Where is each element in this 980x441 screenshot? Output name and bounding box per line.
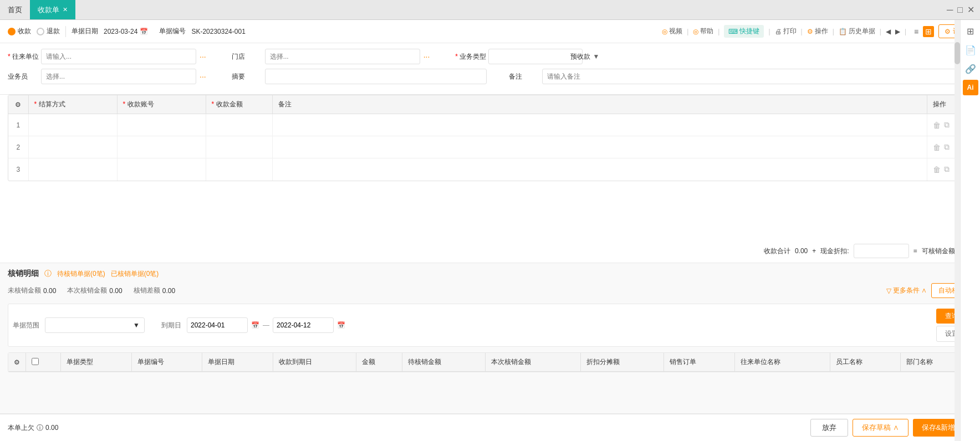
col-settings[interactable]: ⚙ — [8, 95, 28, 114]
delete-icon-1[interactable]: 🗑 — [933, 121, 941, 130]
staff-more-btn[interactable]: ··· — [196, 72, 210, 81]
row-num-3: 3 — [8, 158, 28, 181]
sidebar-table-icon[interactable]: ⊞ — [963, 23, 978, 39]
footer-right: 放弃 保存草稿 ∧ 保存&新增 ∧ — [810, 419, 972, 437]
sep1: | — [687, 28, 688, 35]
staff-input[interactable] — [41, 69, 196, 84]
biztype-dropdown-icon[interactable]: ▼ — [593, 53, 599, 60]
counterparty-more-btn[interactable]: ··· — [196, 52, 210, 61]
col-discount: 折扣分摊额 — [581, 353, 664, 372]
duedate-label: 到期日 — [161, 321, 181, 330]
cell-settlement-1[interactable] — [28, 114, 117, 136]
settings-gear-icon: ⚙ — [945, 28, 951, 35]
tab-home[interactable]: 首页 — [0, 0, 30, 19]
cell-account-3[interactable] — [117, 158, 206, 181]
sep6: | — [880, 28, 881, 35]
store-input[interactable] — [265, 49, 420, 64]
stat-diff-label: 核销差额 — [134, 286, 160, 295]
cell-amount-1[interactable] — [206, 114, 272, 136]
copy-icon-1[interactable]: ⧉ — [944, 120, 950, 130]
counterparty-label: 往来单位 — [8, 52, 41, 61]
tab-bar: 首页 收款单 ✕ ─ □ ✕ — [0, 0, 980, 20]
discount-input[interactable] — [854, 244, 909, 258]
delete-icon-2[interactable]: 🗑 — [933, 143, 941, 152]
stat-current-value: 0.00 — [109, 287, 122, 295]
tool-shortcut[interactable]: ⌨ 快捷键 — [724, 25, 764, 38]
sidebar-link-icon[interactable]: 🔗 — [963, 61, 978, 76]
range-select[interactable]: ▼ — [45, 317, 145, 333]
tool-history[interactable]: 📋 历史单据 — [839, 27, 875, 36]
more-conditions-btn[interactable]: ▽ 更多条件 ∧ — [886, 286, 927, 295]
sep2: | — [718, 28, 719, 35]
copy-icon-2[interactable]: ⧉ — [944, 142, 950, 152]
maximize-icon[interactable]: □ — [957, 5, 963, 15]
divider-1 — [65, 26, 66, 37]
layout-grid-icon[interactable]: ⊞ — [923, 26, 934, 37]
copy-icon-3[interactable]: ⧉ — [944, 165, 950, 174]
this-doc-info-icon[interactable]: ⓘ — [37, 423, 43, 433]
stat-unpaid: 未核销金额 0.00 — [8, 286, 56, 295]
available-label: 可核销金额 — [922, 247, 955, 256]
cell-settlement-2[interactable] — [28, 136, 117, 158]
tool-operation[interactable]: ⚙ 操作 — [807, 27, 828, 36]
dash: — — [263, 321, 269, 329]
done-tab-link[interactable]: 已核销单据(0笔) — [111, 269, 159, 279]
col-doc-type: 单据类型 — [60, 353, 131, 372]
table-row: 2 🗑 ⧉ — [8, 136, 972, 158]
radio-refund[interactable]: 退款 — [37, 27, 60, 36]
col-counterparty-name: 往来单位名称 — [734, 353, 830, 372]
table-settings-icon[interactable]: ⚙ — [15, 101, 21, 109]
close-window-icon[interactable]: ✕ — [967, 4, 974, 15]
form-row-2: 业务员 ··· 摘要 备注 — [8, 69, 972, 84]
nav-prev-icon[interactable]: ◀ — [886, 28, 891, 35]
scrollbar-area[interactable] — [955, 20, 960, 441]
radio-receipt[interactable]: 收款 — [8, 27, 31, 36]
cell-settlement-3[interactable] — [28, 158, 117, 181]
calendar-icon[interactable]: 📅 — [140, 28, 148, 35]
store-more-btn[interactable]: ··· — [420, 52, 433, 61]
date-label: 单据日期 — [72, 27, 98, 36]
tool-help[interactable]: ◎ 帮助 — [693, 27, 713, 36]
radio-refund-dot — [37, 28, 44, 35]
sidebar-ai-icon[interactable]: Ai — [963, 80, 978, 95]
cell-amount-2[interactable] — [206, 136, 272, 158]
cell-note-2[interactable] — [272, 136, 927, 158]
tab-close-icon[interactable]: ✕ — [63, 6, 68, 13]
nav-next-icon[interactable]: ▶ — [895, 28, 900, 35]
counterparty-input[interactable] — [41, 49, 196, 64]
cell-amount-3[interactable] — [206, 158, 272, 181]
this-doc-label: 本单上欠 — [8, 423, 34, 433]
select-all-checkbox[interactable] — [32, 358, 39, 365]
note-input[interactable] — [542, 69, 972, 84]
summary-input[interactable] — [265, 69, 487, 84]
sidebar-doc-icon[interactable]: 📄 — [963, 42, 978, 58]
cell-account-1[interactable] — [117, 114, 206, 136]
layout-list-icon[interactable]: ≡ — [911, 26, 922, 37]
date-from-input[interactable] — [187, 317, 248, 333]
biztype-input[interactable] — [488, 49, 583, 64]
reconcile-info-icon[interactable]: ⓘ — [44, 269, 52, 279]
minimize-icon[interactable]: ─ — [947, 5, 953, 15]
delete-icon-3[interactable]: 🗑 — [933, 165, 941, 174]
calendar-from-icon[interactable]: 📅 — [251, 321, 259, 329]
top-toolbar: 收款 退款 单据日期 2023-03-24 📅 单据编号 SK-20230324… — [0, 20, 980, 43]
table-settings-icon-2[interactable]: ⚙ — [14, 358, 20, 366]
radio-receipt-dot — [8, 28, 16, 35]
tool-print[interactable]: 🖨 打印 — [775, 27, 797, 36]
cell-note-3[interactable] — [272, 158, 927, 181]
discard-button[interactable]: 放弃 — [810, 419, 848, 437]
tab-receipt[interactable]: 收款单 ✕ — [30, 0, 75, 19]
col-checkbox: ⚙ — [8, 353, 26, 372]
save-draft-button[interactable]: 保存草稿 ∧ — [853, 419, 908, 437]
tool-print-icon: 🖨 — [775, 28, 782, 35]
cell-account-2[interactable] — [117, 136, 206, 158]
scrollbar-thumb[interactable] — [955, 42, 960, 64]
calendar-to-icon[interactable]: 📅 — [337, 321, 345, 329]
tool-video[interactable]: ◎ 视频 — [662, 27, 682, 36]
footer-left: 本单上欠 ⓘ 0.00 — [8, 423, 58, 433]
stat-unpaid-label: 未核销金额 — [8, 286, 41, 295]
date-to-input[interactable] — [273, 317, 334, 333]
pending-tab-link[interactable]: 待核销单据(0笔) — [57, 269, 105, 279]
right-tools: ◎ 视频 | ◎ 帮助 | ⌨ 快捷键 | 🖨 打印 | ⚙ 操作 — [662, 24, 972, 38]
cell-note-1[interactable] — [272, 114, 927, 136]
